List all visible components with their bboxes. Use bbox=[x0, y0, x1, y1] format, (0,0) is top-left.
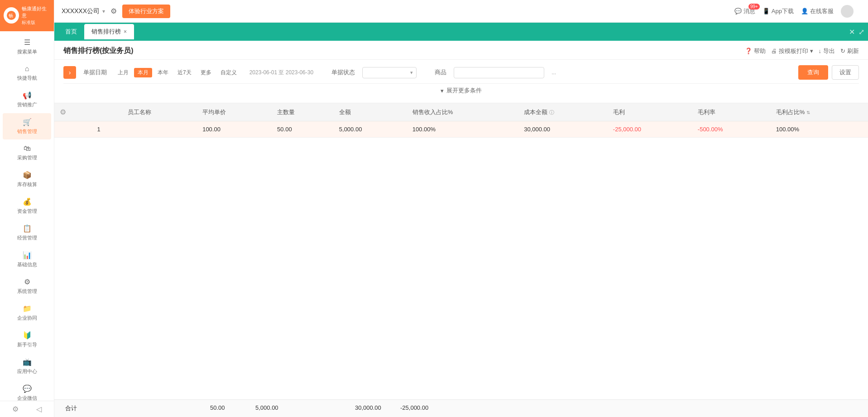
sidebar-item-operation[interactable]: 📋 经营管理 bbox=[3, 220, 51, 246]
svg-text:畅: 畅 bbox=[9, 13, 13, 18]
tab-sales-ranking[interactable]: 销售排行榜 × bbox=[84, 24, 134, 39]
sidebar-item-enterprise[interactable]: 📁 企业协同 bbox=[3, 300, 51, 326]
col-rank bbox=[91, 103, 122, 121]
print-icon: 🖨 bbox=[771, 48, 777, 54]
sidebar-icon-inventory: 📦 bbox=[23, 171, 32, 179]
tabbar: 首页 销售排行榜 × ✕ ⤢ bbox=[54, 23, 868, 41]
date-tab-custom[interactable]: 自定义 bbox=[217, 68, 240, 77]
column-settings-icon[interactable]: ⚙ bbox=[60, 108, 66, 116]
sidebar-icon-operation: 📋 bbox=[23, 224, 32, 233]
sidebar-bottom: ⚙ ◁ bbox=[0, 401, 54, 417]
sidebar-icon-finance: 💰 bbox=[23, 197, 32, 206]
footer-avg-price-cell bbox=[159, 404, 205, 412]
sidebar-icon-enterprise: 📁 bbox=[23, 304, 32, 313]
refresh-icon: ↻ bbox=[840, 48, 845, 54]
sidebar-item-search[interactable]: ☰ 搜索菜单 bbox=[3, 34, 51, 60]
cost-info-icon[interactable]: ⓘ bbox=[549, 110, 554, 115]
date-tab-7days[interactable]: 近7天 bbox=[174, 68, 195, 77]
sidebar-item-quick-nav[interactable]: ⌂ 快捷导航 bbox=[3, 60, 51, 86]
date-tab-more[interactable]: 更多 bbox=[197, 68, 215, 77]
sidebar-label-apps: 应用中心 bbox=[17, 368, 37, 375]
tab-close-icon[interactable]: × bbox=[124, 29, 127, 35]
cell-rank: 1 bbox=[91, 121, 122, 138]
message-icon: 💬 bbox=[734, 8, 742, 14]
app-download-button[interactable]: 📱 App下载 bbox=[762, 7, 794, 15]
page-header: 销售排行榜(按业务员) ❓ 帮助 🖨 按模板打印 ▾ ↓ 导出 bbox=[54, 41, 868, 60]
tab-close-window-icon[interactable]: ✕ bbox=[849, 28, 855, 36]
cell-profit: -25,000.00 bbox=[608, 121, 692, 138]
export-button[interactable]: ↓ 导出 bbox=[819, 47, 835, 55]
profit-sort-icon[interactable]: ⇅ bbox=[806, 110, 810, 115]
sidebar-icon-basic: 📊 bbox=[23, 251, 32, 259]
topbar-right: 💬 消息 99+ 📱 App下载 👤 在线客服 bbox=[734, 5, 861, 18]
sidebar-label-enterprise: 企业协同 bbox=[17, 315, 37, 321]
sidebar-item-purchase[interactable]: 🛍 采购管理 bbox=[3, 140, 51, 166]
table-row: 1 100.00 50.00 5,000.00 100.00% 30,000.0… bbox=[54, 121, 868, 138]
help-button[interactable]: ❓ 帮助 bbox=[745, 47, 766, 55]
print-arrow-icon: ▾ bbox=[810, 48, 813, 54]
sidebar-item-guide[interactable]: 🔰 新手引导 bbox=[3, 326, 51, 353]
tab-maximize-icon[interactable]: ⤢ bbox=[858, 28, 864, 36]
sidebar-item-system[interactable]: ⚙ 系统管理 bbox=[3, 273, 51, 299]
trial-button[interactable]: 体验行业方案 bbox=[122, 5, 170, 18]
date-tab-current-year[interactable]: 本年 bbox=[154, 68, 172, 77]
main-content: XXXXXX公司 ▾ ⚙ 体验行业方案 💬 消息 99+ 📱 App下载 👤 在… bbox=[54, 0, 868, 417]
print-label: 按模板打印 bbox=[779, 47, 808, 55]
app-logo: 畅 畅康通好生意 标准版 bbox=[0, 0, 54, 31]
date-tab-prev-month[interactable]: 上月 bbox=[114, 68, 132, 77]
topbar-settings-icon[interactable]: ⚙ bbox=[110, 7, 117, 15]
sidebar-icon-marketing: 📢 bbox=[23, 91, 32, 100]
sidebar-label-sales: 销售管理 bbox=[17, 128, 37, 135]
cell-profit-rate: -500.00% bbox=[692, 121, 771, 138]
sidebar-label-operation: 经营管理 bbox=[17, 235, 37, 241]
sidebar-item-apps[interactable]: 📺 应用中心 bbox=[3, 353, 51, 379]
sidebar-label-guide: 新手引导 bbox=[17, 341, 37, 348]
content-area: 销售排行榜(按业务员) ❓ 帮助 🖨 按模板打印 ▾ ↓ 导出 bbox=[54, 41, 868, 417]
app-name: 畅康通好生意 bbox=[22, 5, 50, 19]
sidebar-item-wechat[interactable]: 💬 企业微信 bbox=[3, 380, 51, 401]
col-amount: 全额 bbox=[334, 103, 407, 121]
sales-table: ⚙ 员工名称 平均单价 主数量 全额 销售收入占比% 成本全额 ⓘ 毛利 毛利率… bbox=[54, 103, 868, 138]
footer-profit-rate-cell bbox=[440, 404, 485, 412]
expand-more-button[interactable]: ▾ 展开更多条件 bbox=[63, 83, 859, 97]
refresh-button[interactable]: ↻ 刷新 bbox=[840, 47, 859, 55]
print-button[interactable]: 🖨 按模板打印 ▾ bbox=[771, 47, 813, 55]
status-select[interactable] bbox=[362, 67, 417, 78]
goods-input[interactable] bbox=[454, 67, 544, 78]
footer-label-cell: 合计 bbox=[60, 404, 114, 412]
expand-more-label: 展开更多条件 bbox=[446, 86, 482, 95]
table-body: 1 100.00 50.00 5,000.00 100.00% 30,000.0… bbox=[54, 121, 868, 138]
sidebar-label-quick-nav: 快捷导航 bbox=[17, 75, 37, 81]
table-container: ⚙ 员工名称 平均单价 主数量 全额 销售收入占比% 成本全额 ⓘ 毛利 毛利率… bbox=[54, 103, 868, 399]
company-selector[interactable]: XXXXXX公司 ▾ bbox=[62, 7, 105, 15]
online-service-button[interactable]: 👤 在线客服 bbox=[801, 7, 834, 15]
date-tabs: 上月 本月 本年 近7天 更多 自定义 bbox=[114, 68, 240, 77]
sidebar-item-sales[interactable]: 🛒 销售管理 bbox=[3, 113, 51, 139]
tab-home[interactable]: 首页 bbox=[58, 24, 84, 39]
table-footer: 合计 50.00 5,000.00 30,000.00 -25,000.00 bbox=[54, 399, 868, 417]
col-sales-pct: 销售收入占比% bbox=[407, 103, 518, 121]
footer-amount-cell: 5,000.00 bbox=[250, 404, 295, 412]
settings-button[interactable]: 设置 bbox=[832, 65, 859, 80]
user-avatar[interactable] bbox=[841, 5, 854, 18]
query-button[interactable]: 查询 bbox=[798, 65, 828, 80]
message-button[interactable]: 💬 消息 99+ bbox=[734, 7, 755, 15]
sidebar-settings-icon[interactable]: ⚙ bbox=[12, 405, 19, 413]
sidebar-item-inventory[interactable]: 📦 库存核算 bbox=[3, 166, 51, 192]
sidebar-collapse-icon[interactable]: ◁ bbox=[36, 405, 42, 413]
filter-expand-arrow[interactable]: › bbox=[63, 66, 76, 79]
sidebar-label-inventory: 库存核算 bbox=[17, 181, 37, 188]
date-tab-current-month[interactable]: 本月 bbox=[134, 68, 152, 77]
sidebar: 畅 畅康通好生意 标准版 ☰ 搜索菜单 ⌂ 快捷导航 📢 营销推广 🛒 销售管理… bbox=[0, 0, 54, 417]
sidebar-icon-search: ☰ bbox=[24, 38, 30, 47]
sidebar-item-marketing[interactable]: 📢 营销推广 bbox=[3, 86, 51, 113]
logo-icon: 畅 bbox=[4, 7, 19, 24]
sidebar-icon-quick-nav: ⌂ bbox=[25, 65, 29, 73]
cell-name bbox=[122, 121, 197, 138]
sidebar-item-finance[interactable]: 💰 资金管理 bbox=[3, 193, 51, 219]
cell-amount: 5,000.00 bbox=[334, 121, 407, 138]
tabbar-right: ✕ ⤢ bbox=[849, 28, 864, 36]
goods-more-icon[interactable]: ... bbox=[551, 69, 556, 76]
sidebar-item-basic[interactable]: 📊 基础信息 bbox=[3, 246, 51, 273]
sidebar-label-system: 系统管理 bbox=[17, 288, 37, 295]
